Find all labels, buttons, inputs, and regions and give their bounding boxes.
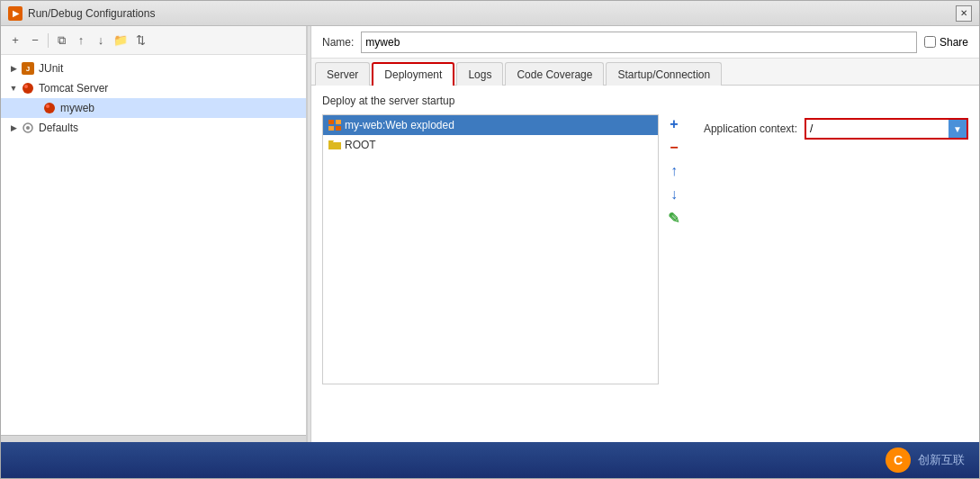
- tree-item-junit[interactable]: ▶ J JUnit: [1, 59, 306, 78]
- junit-icon: J: [21, 61, 35, 76]
- sort-button[interactable]: ⇅: [131, 32, 149, 50]
- defaults-icon: [21, 121, 35, 135]
- remove-config-button[interactable]: −: [26, 32, 44, 50]
- defaults-toggle-icon: ▶: [8, 122, 19, 133]
- title-bar: ▶ Run/Debug Configurations ✕: [1, 1, 979, 26]
- deploy-list: my-web:Web exploded ROOT: [322, 114, 659, 384]
- window-icon: ▶: [8, 6, 22, 21]
- app-context-area: Application context: ▼: [689, 114, 968, 433]
- share-checkbox[interactable]: [924, 36, 936, 48]
- tree-item-defaults[interactable]: ▶ Defaults: [1, 118, 306, 138]
- svg-rect-8: [328, 126, 334, 131]
- deployment-content: Deploy at the server startup: [311, 86, 979, 442]
- tomcat-icon: [21, 81, 35, 95]
- close-button[interactable]: ✕: [956, 5, 972, 22]
- artifact-icon: [328, 119, 341, 131]
- deploy-area: my-web:Web exploded ROOT: [322, 114, 968, 433]
- svg-point-3: [46, 104, 49, 108]
- copy-config-button[interactable]: ⧉: [52, 32, 70, 50]
- app-context-dropdown-btn[interactable]: ▼: [949, 120, 967, 138]
- name-label: Name:: [322, 36, 354, 49]
- title-bar-left: ▶ Run/Debug Configurations: [8, 6, 155, 21]
- junit-toggle-icon: ▶: [8, 63, 19, 74]
- junit-label: JUnit: [39, 62, 63, 75]
- folder-icon: [328, 139, 341, 151]
- tab-logs[interactable]: Logs: [456, 62, 503, 86]
- deploy-remove-button[interactable]: −: [664, 138, 684, 158]
- folder-button[interactable]: 📁: [112, 32, 130, 50]
- svg-point-5: [26, 126, 30, 130]
- deploy-section-label: Deploy at the server startup: [322, 95, 968, 107]
- deploy-item-myweb-label: my-web:Web exploded: [345, 119, 454, 131]
- tree-item-myweb[interactable]: myweb: [1, 98, 306, 118]
- deploy-item-root-label: ROOT: [345, 139, 376, 151]
- window-title: Run/Debug Configurations: [28, 7, 155, 20]
- defaults-label: Defaults: [39, 122, 78, 134]
- svg-rect-6: [328, 120, 334, 124]
- left-toolbar: + − ⧉ ↑ ↓ 📁 ⇅: [1, 26, 306, 55]
- name-input[interactable]: [361, 32, 917, 53]
- tomcat-label: Tomcat Server: [39, 82, 108, 95]
- deploy-add-button[interactable]: +: [664, 114, 684, 134]
- tomcat-toggle-icon: ▼: [8, 83, 19, 94]
- left-panel-resize: [1, 435, 306, 442]
- watermark: C 创新互联: [886, 447, 965, 473]
- add-config-button[interactable]: +: [6, 32, 24, 50]
- watermark-logo: C: [886, 447, 911, 473]
- deploy-down-button[interactable]: ↓: [664, 185, 684, 204]
- share-label: Share: [940, 36, 968, 49]
- deploy-item-myweb[interactable]: my-web:Web exploded: [323, 115, 658, 135]
- bottom-bar: C 创新互联: [1, 442, 979, 478]
- myweb-icon: [42, 101, 57, 115]
- deploy-buttons: + − ↑ ↓ ✎: [659, 114, 689, 433]
- toolbar-separator-1: [48, 33, 49, 48]
- app-context-label: Application context:: [704, 122, 797, 135]
- myweb-label: myweb: [60, 102, 94, 114]
- run-debug-window: ▶ Run/Debug Configurations ✕ + − ⧉ ↑ ↓ 📁…: [0, 0, 980, 479]
- tab-coverage[interactable]: Code Coverage: [505, 62, 604, 86]
- watermark-text: 创新互联: [918, 452, 965, 468]
- svg-point-0: [22, 83, 33, 94]
- tab-startup[interactable]: Startup/Connection: [606, 62, 722, 86]
- app-context-combo: ▼: [805, 118, 968, 140]
- svg-point-1: [24, 85, 28, 88]
- move-down-button[interactable]: ↓: [92, 32, 110, 50]
- left-panel: + − ⧉ ↑ ↓ 📁 ⇅ ▶ J JUnit: [1, 26, 307, 442]
- tab-server[interactable]: Server: [315, 62, 370, 86]
- main-content: + − ⧉ ↑ ↓ 📁 ⇅ ▶ J JUnit: [1, 26, 979, 442]
- deploy-up-button[interactable]: ↑: [664, 161, 684, 181]
- move-up-button[interactable]: ↑: [72, 32, 90, 50]
- config-tree: ▶ J JUnit ▼ Tomcat Server: [1, 55, 306, 435]
- share-area: Share: [924, 36, 968, 49]
- svg-rect-9: [336, 126, 341, 131]
- right-panel: Name: Share Server Deployment Logs: [311, 26, 979, 442]
- deploy-item-root[interactable]: ROOT: [323, 135, 658, 155]
- app-context-input[interactable]: [806, 120, 949, 138]
- deploy-edit-button[interactable]: ✎: [664, 208, 684, 228]
- svg-rect-7: [336, 120, 341, 124]
- svg-point-2: [44, 103, 55, 113]
- tree-item-tomcat[interactable]: ▼ Tomcat Server: [1, 78, 306, 98]
- tab-deployment[interactable]: Deployment: [372, 62, 454, 86]
- app-context-row: Application context: ▼: [704, 118, 968, 140]
- tabs-bar: Server Deployment Logs Code Coverage Sta…: [311, 59, 979, 86]
- name-row: Name: Share: [311, 26, 979, 59]
